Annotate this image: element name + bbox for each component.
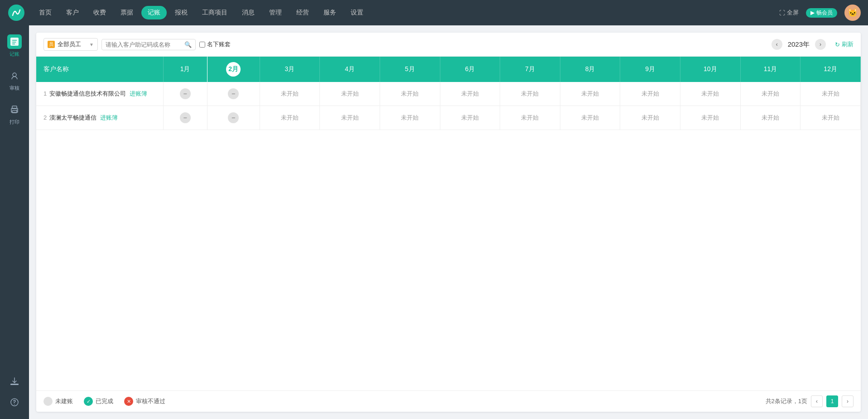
nav-right: ⛶ 全屏 ▶ 畅会员 🐱 (779, 5, 861, 21)
vip-icon: ▶ (810, 10, 815, 16)
fullscreen-button[interactable]: ⛶ 全屏 (779, 9, 799, 17)
nav-home[interactable]: 首页 (33, 6, 58, 19)
nav-service[interactable]: 服务 (317, 6, 342, 19)
col-header-sep: 9月 (620, 57, 680, 82)
status-dash-icon: − (228, 112, 239, 123)
cell-month-1-9: 未开始 (680, 106, 741, 130)
legend-rejected: 审核不通过 (124, 397, 165, 406)
search-input-wrap: 🔍 (101, 39, 196, 50)
left-sidebar: 记账 审核 打印 (0, 25, 29, 419)
svg-point-5 (13, 73, 16, 77)
table-row: 2漠澜太平畅捷通信进账簿−−未开始未开始未开始未开始未开始未开始未开始未开始未开… (36, 106, 861, 130)
cell-month-1-6: 未开始 (500, 106, 560, 130)
my-accounts-label: 名下账套 (207, 40, 231, 48)
next-year-button[interactable]: › (815, 39, 826, 50)
sidebar-item-accounting[interactable]: 记账 (0, 29, 29, 63)
cell-company-0: 1安徽畅捷通信息技术有限公司进账簿 (36, 82, 163, 106)
employee-select-text: 全部员工 (58, 40, 87, 48)
company-name: 安徽畅捷通信息技术有限公司 (49, 90, 126, 97)
sidebar-item-print[interactable]: 打印 (0, 97, 29, 131)
current-page-button[interactable]: 1 (826, 395, 838, 407)
cell-month-1-4: 未开始 (380, 106, 440, 130)
cell-month-0-8: 未开始 (620, 82, 680, 106)
table-header-row: 客户名称 1月 2月 3月 4月 5月 6月 7月 8月 9月 10月 11月 (36, 57, 861, 82)
cell-month-1-3: 未开始 (320, 106, 380, 130)
avatar[interactable]: 🐱 (844, 5, 861, 21)
sidebar-support-button[interactable] (6, 393, 23, 412)
col-header-mar: 3月 (260, 57, 320, 82)
table-wrap: 客户名称 1月 2月 3月 4月 5月 6月 7月 8月 9月 10月 11月 (36, 57, 861, 390)
dropdown-arrow-icon: ▼ (89, 42, 94, 47)
toolbar: 员 全部员工 ▼ 🔍 名下账套 ‹ 2023年 › (36, 33, 861, 57)
col-header-apr: 4月 (320, 57, 380, 82)
cell-month-0-0: − (163, 82, 207, 106)
nav-management[interactable]: 管理 (263, 6, 288, 19)
sidebar-bottom (0, 372, 29, 419)
refresh-button[interactable]: ↻ 刷新 (835, 40, 854, 48)
col-header-jan: 1月 (163, 57, 207, 82)
legend-teal-icon (84, 397, 93, 406)
year-display: 2023年 (788, 40, 810, 49)
refresh-label: 刷新 (842, 40, 854, 48)
nav-accounting[interactable]: 记账 (141, 6, 167, 19)
col-header-customer: 客户名称 (36, 57, 163, 82)
vip-label: 畅会员 (816, 9, 833, 17)
nav-business[interactable]: 工商项目 (196, 6, 234, 19)
sidebar-label-print: 打印 (10, 119, 19, 125)
refresh-icon: ↻ (835, 41, 840, 48)
cell-month-1-2: 未开始 (260, 106, 320, 130)
cell-month-1-0: − (163, 106, 207, 130)
nav-tax[interactable]: 报税 (169, 6, 194, 19)
sidebar-download-button[interactable] (6, 372, 23, 391)
svg-rect-1 (10, 38, 19, 46)
employee-select[interactable]: 员 全部员工 ▼ (43, 38, 98, 51)
status-dash-icon: − (180, 112, 191, 123)
nav-customers[interactable]: 客户 (60, 6, 85, 19)
col-header-nov: 11月 (740, 57, 800, 82)
row-index: 2 (43, 114, 47, 121)
vip-button[interactable]: ▶ 畅会员 (806, 8, 837, 18)
nav-invoices[interactable]: 票据 (114, 6, 140, 19)
cell-month-1-5: 未开始 (440, 106, 500, 130)
nav-operations[interactable]: 经营 (290, 6, 315, 19)
svg-rect-8 (12, 111, 17, 113)
nav-messages[interactable]: 消息 (236, 6, 261, 19)
row-index: 1 (43, 90, 47, 97)
col-header-oct: 10月 (680, 57, 741, 82)
sidebar-item-review[interactable]: 审核 (0, 63, 29, 97)
search-input[interactable] (106, 41, 182, 48)
search-button[interactable]: 🔍 (184, 41, 192, 48)
legend-red-icon (124, 397, 133, 406)
cell-month-1-7: 未开始 (560, 106, 620, 130)
col-header-aug: 8月 (560, 57, 620, 82)
prev-year-button[interactable]: ‹ (772, 39, 782, 50)
footer-pagination: 共2条记录，1页 ‹ 1 › (766, 395, 854, 407)
cell-month-0-10: 未开始 (740, 82, 800, 106)
cell-month-0-5: 未开始 (440, 82, 500, 106)
col-header-may: 5月 (380, 57, 440, 82)
sidebar-label-accounting: 记账 (10, 51, 19, 58)
print-icon (7, 102, 22, 117)
nav-billing[interactable]: 收费 (87, 6, 112, 19)
cell-month-0-6: 未开始 (500, 82, 560, 106)
svg-rect-10 (10, 384, 19, 385)
app-logo[interactable] (7, 4, 25, 22)
fullscreen-label: 全屏 (787, 9, 799, 17)
enter-ledger-link[interactable]: 进账簿 (130, 90, 147, 97)
accounting-icon (7, 34, 22, 49)
cell-month-1-1: − (207, 106, 260, 130)
col-header-feb: 2月 (207, 57, 260, 82)
col-header-jun: 6月 (440, 57, 500, 82)
my-accounts-checkbox-wrap[interactable]: 名下账套 (199, 40, 231, 48)
total-records: 共2条记录，1页 (766, 397, 807, 405)
cell-company-1: 2漠澜太平畅捷通信进账簿 (36, 106, 163, 130)
cell-month-0-7: 未开始 (560, 82, 620, 106)
cell-month-1-11: 未开始 (800, 106, 861, 130)
my-accounts-checkbox[interactable] (199, 42, 205, 48)
status-dash-icon: − (180, 88, 191, 99)
prev-page-button[interactable]: ‹ (811, 395, 823, 407)
enter-ledger-link[interactable]: 进账簿 (100, 114, 118, 121)
next-page-button[interactable]: › (842, 395, 854, 407)
cell-month-0-2: 未开始 (260, 82, 320, 106)
nav-settings[interactable]: 设置 (344, 6, 370, 19)
